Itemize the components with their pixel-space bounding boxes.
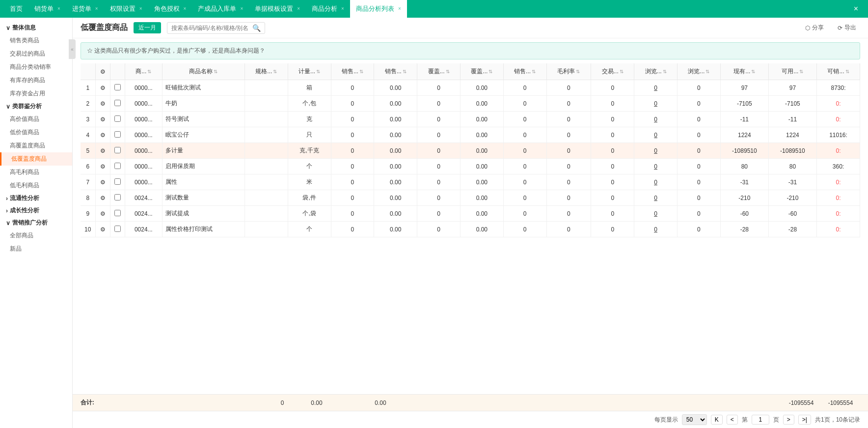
name-column-header[interactable]: 商品名称⇅ <box>163 63 245 80</box>
sidebar-section-overview[interactable]: ∨ 整体信息 <box>0 22 72 34</box>
transaction-column-header[interactable]: 交易...⇅ <box>591 63 634 80</box>
nav-item-purchase[interactable]: 进货单 × <box>66 0 104 18</box>
nav-item-production[interactable]: 产成品入库单 × <box>192 0 249 18</box>
current-stock-column-header[interactable]: 现有...⇅ <box>720 63 768 80</box>
close-icon[interactable]: × <box>184 0 187 18</box>
settings-column-header[interactable]: ⚙ <box>95 63 110 80</box>
browse2-column-header[interactable]: 浏览...⇅ <box>677 63 720 80</box>
row-settings[interactable]: ⚙ <box>95 190 110 206</box>
row-browse1[interactable]: 0 <box>634 127 678 143</box>
sidebar-item-high-value[interactable]: 高价值商品 <box>0 113 72 126</box>
row-browse1[interactable]: 0 <box>634 80 678 96</box>
sidebar-item-traded[interactable]: 交易过的商品 <box>0 47 72 60</box>
nav-item-product-analysis[interactable]: 商品分析 × <box>306 0 350 18</box>
sidebar-item-category-activity[interactable]: 商品分类动销率 <box>0 60 72 74</box>
sidebar-section-marketing[interactable]: ∨ 营销推广分析 <box>0 217 72 229</box>
sidebar-item-all-products[interactable]: 全部商品 <box>0 229 72 242</box>
sales-amount-column-header[interactable]: 销售...⇅ <box>374 63 417 80</box>
row-settings[interactable]: ⚙ <box>95 222 110 237</box>
row-settings[interactable]: ⚙ <box>95 206 110 222</box>
row-browse1[interactable]: 0 <box>634 112 678 127</box>
row-checkbox[interactable] <box>110 206 125 222</box>
code-column-header[interactable]: 商...⇅ <box>125 63 163 80</box>
page-size-select[interactable]: 50 10 20 100 <box>682 414 707 425</box>
close-icon[interactable]: × <box>139 0 142 18</box>
row-checkbox[interactable] <box>110 127 125 143</box>
row-checkbox[interactable] <box>110 96 125 112</box>
close-all-button[interactable]: × <box>848 4 864 13</box>
browse1-column-header[interactable]: 浏览...⇅ <box>634 63 678 80</box>
sidebar-item-low-coverage[interactable]: 低覆盖度商品 <box>0 152 72 166</box>
coverage2-column-header[interactable]: 覆盖...⇅ <box>460 63 503 80</box>
gross-margin-column-header[interactable]: 毛利率⇅ <box>546 63 591 80</box>
last-page-button[interactable]: >| <box>798 415 811 425</box>
row-settings[interactable]: ⚙ <box>95 80 110 96</box>
sellable-column-header[interactable]: 可销...⇅ <box>817 63 860 80</box>
row-settings[interactable]: ⚙ <box>95 174 110 190</box>
available-column-header[interactable]: 可用...⇅ <box>768 63 816 80</box>
sales-extra-column-header[interactable]: 销售...⇅ <box>503 63 546 80</box>
sidebar-section-growth[interactable]: › 成长性分析 <box>0 204 72 217</box>
first-page-button[interactable]: K <box>711 415 723 425</box>
close-icon[interactable]: × <box>95 0 98 18</box>
row-settings[interactable]: ⚙ <box>95 112 110 127</box>
row-settings[interactable]: ⚙ <box>95 127 110 143</box>
row-browse1[interactable]: 0 <box>634 222 678 237</box>
nav-item-sales[interactable]: 销货单 × <box>28 0 66 18</box>
sidebar-item-high-coverage[interactable]: 高覆盖度商品 <box>0 139 72 152</box>
row-checkbox[interactable] <box>110 159 125 174</box>
close-icon[interactable]: × <box>240 0 243 18</box>
row-browse1[interactable]: 0 <box>634 159 678 174</box>
sidebar-item-in-stock[interactable]: 有库存的商品 <box>0 74 72 87</box>
row-checkbox[interactable] <box>110 143 125 159</box>
row-checkbox[interactable] <box>110 112 125 127</box>
search-icon[interactable]: 🔍 <box>252 24 261 32</box>
close-icon[interactable]: × <box>341 0 344 18</box>
page-number-input[interactable] <box>752 415 769 425</box>
sidebar-section-flow[interactable]: › 流通性分析 <box>0 192 72 204</box>
search-input[interactable] <box>171 25 249 31</box>
sidebar-toggle-button[interactable]: « <box>69 39 76 59</box>
nav-item-home[interactable]: 首页 <box>4 0 28 18</box>
close-icon[interactable]: × <box>297 0 300 18</box>
sidebar-item-low-profit[interactable]: 低毛利商品 <box>0 179 72 192</box>
spec-column-header[interactable]: 规格...⇅ <box>244 63 288 80</box>
row-checkbox[interactable] <box>110 222 125 237</box>
nav-item-analysis-list[interactable]: 商品分析列表 × <box>350 0 407 18</box>
row-browse1[interactable]: 0 <box>634 143 678 159</box>
time-filter-button[interactable]: 近一月 <box>134 22 161 33</box>
prev-page-button[interactable]: < <box>727 415 738 425</box>
row-browse1[interactable]: 0 <box>634 190 678 206</box>
row-settings[interactable]: ⚙ <box>95 159 110 174</box>
row-checkbox[interactable] <box>110 190 125 206</box>
sidebar-item-stock-capital[interactable]: 库存资金占用 <box>0 87 72 100</box>
row-checkbox[interactable] <box>110 80 125 96</box>
row-browse1[interactable]: 0 <box>634 206 678 222</box>
unit-column-header[interactable]: 计量...⇅ <box>288 63 331 80</box>
content-header: 低覆盖度商品 近一月 🔍 ⬡ 分享 ⟳ 导出 <box>73 18 868 38</box>
row-settings[interactable]: ⚙ <box>95 96 110 112</box>
row-settings[interactable]: ⚙ <box>95 143 110 159</box>
row-sellable: 0: <box>817 96 860 112</box>
share-button[interactable]: ⬡ 分享 <box>801 22 828 34</box>
sidebar-item-low-value[interactable]: 低价值商品 <box>0 126 72 139</box>
nav-item-permissions[interactable]: 权限设置 × <box>104 0 148 18</box>
sales-count-column-header[interactable]: 销售...⇅ <box>331 63 374 80</box>
next-page-button[interactable]: > <box>783 415 794 425</box>
sidebar-section-category-analysis[interactable]: ∨ 类群鉴分析 <box>0 100 72 113</box>
row-transaction: 0 <box>591 80 634 96</box>
close-icon[interactable]: × <box>398 0 401 18</box>
row-sales-extra: 0 <box>503 80 546 96</box>
nav-item-roles[interactable]: 角色授权 × <box>148 0 192 18</box>
row-sales-amount: 0.00 <box>374 190 417 206</box>
sidebar-item-new-products[interactable]: 新品 <box>0 242 72 256</box>
row-browse1[interactable]: 0 <box>634 174 678 190</box>
nav-item-template[interactable]: 单据模板设置 × <box>249 0 306 18</box>
close-icon[interactable]: × <box>57 0 60 18</box>
row-checkbox[interactable] <box>110 174 125 190</box>
row-browse1[interactable]: 0 <box>634 96 678 112</box>
coverage1-column-header[interactable]: 覆盖...⇅ <box>417 63 461 80</box>
sidebar-item-sales-category[interactable]: 销售类商品 <box>0 34 72 47</box>
export-button[interactable]: ⟳ 导出 <box>834 22 860 34</box>
sidebar-item-high-profit[interactable]: 高毛利商品 <box>0 166 72 179</box>
